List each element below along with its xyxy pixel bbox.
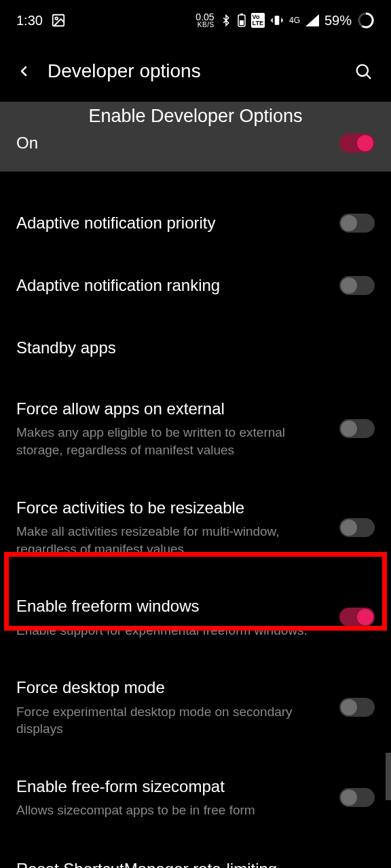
page-title: Developer options	[48, 60, 339, 82]
net-gen: 4G	[289, 16, 300, 25]
banner-state: On	[16, 134, 38, 153]
item-title: Standby apps	[16, 336, 375, 360]
item-title: Enable freeform windows	[16, 595, 329, 617]
back-icon[interactable]	[12, 60, 35, 83]
item-title: Force activities to be resizeable	[16, 497, 329, 519]
svg-rect-4	[240, 14, 243, 15]
battery-small-icon	[238, 14, 246, 27]
status-left: 1:30	[16, 13, 196, 28]
banner-switch[interactable]	[339, 134, 375, 153]
item-adaptive-notification-ranking[interactable]: Adaptive notification ranking	[16, 254, 375, 317]
toggle-switch[interactable]	[339, 276, 375, 295]
toggle-switch[interactable]	[339, 518, 375, 537]
item-subtitle: Make all activities resizeable for multi…	[16, 523, 329, 557]
item-title: Enable free-form sizecompat	[16, 776, 329, 797]
item-title: Force allow apps on external	[16, 398, 329, 420]
toggle-switch[interactable]	[339, 608, 375, 627]
item-subtitle: Force experimental desktop mode on secon…	[16, 703, 329, 738]
item-force-allow-external[interactable]: Force allow apps on external Makes any a…	[16, 379, 375, 478]
svg-rect-3	[240, 20, 244, 25]
app-header: Developer options	[0, 41, 391, 102]
toggle-switch[interactable]	[339, 419, 375, 438]
toggle-switch[interactable]	[339, 788, 375, 807]
banner-title: Enable Developer Options	[16, 102, 375, 134]
net-rate-unit: KB/S	[196, 22, 214, 28]
toggle-switch[interactable]	[339, 214, 375, 233]
svg-line-9	[367, 75, 371, 79]
image-icon	[51, 13, 66, 28]
volte-icon: VoLTE	[251, 13, 265, 28]
item-title: Force desktop mode	[16, 677, 329, 698]
item-adaptive-notification-priority[interactable]: Adaptive notification priority	[16, 192, 375, 254]
item-subtitle: Enable support for experimental freeform…	[16, 622, 329, 639]
item-subtitle: Allows sizecompat apps to be in free for…	[16, 802, 329, 819]
net-rate-value: 0.05	[196, 12, 214, 22]
item-title: Reset ShortcutManager rate-limiting	[16, 857, 375, 868]
banner-row[interactable]: On	[16, 134, 375, 153]
battery-percent: 59%	[324, 13, 352, 28]
svg-rect-5	[275, 16, 280, 24]
scrollbar[interactable]	[386, 753, 391, 800]
item-reset-shortcutmanager[interactable]: Reset ShortcutManager rate-limiting	[16, 838, 375, 868]
battery-ring-icon	[357, 12, 375, 29]
status-right: 0.05 KB/S VoLTE 4G 59%	[196, 12, 375, 29]
item-subtitle: Makes any app eligible to be written to …	[16, 424, 329, 458]
item-force-desktop-mode[interactable]: Force desktop mode Force experimental de…	[16, 658, 375, 757]
net-rate: 0.05 KB/S	[196, 12, 214, 28]
item-standby-apps[interactable]: Standby apps	[16, 317, 375, 379]
vibrate-icon	[270, 14, 284, 27]
svg-point-1	[55, 17, 58, 20]
item-title: Adaptive notification ranking	[16, 273, 329, 298]
status-bar: 1:30 0.05 KB/S VoLTE 4G 59%	[0, 0, 391, 41]
item-enable-freeform-windows[interactable]: Enable freeform windows Enable support f…	[16, 576, 375, 658]
item-freeform-sizecompat[interactable]: Enable free-form sizecompat Allows sizec…	[16, 757, 375, 838]
item-title: Adaptive notification priority	[16, 211, 329, 235]
search-icon[interactable]	[352, 60, 375, 83]
item-force-resizeable[interactable]: Force activities to be resizeable Make a…	[16, 478, 375, 577]
status-time: 1:30	[16, 13, 43, 28]
signal-icon	[305, 14, 319, 26]
settings-list: Adaptive notification priority Adaptive …	[0, 192, 391, 868]
developer-options-banner: Enable Developer Options On	[0, 102, 391, 172]
bluetooth-icon	[220, 13, 232, 28]
toggle-switch[interactable]	[339, 698, 375, 717]
